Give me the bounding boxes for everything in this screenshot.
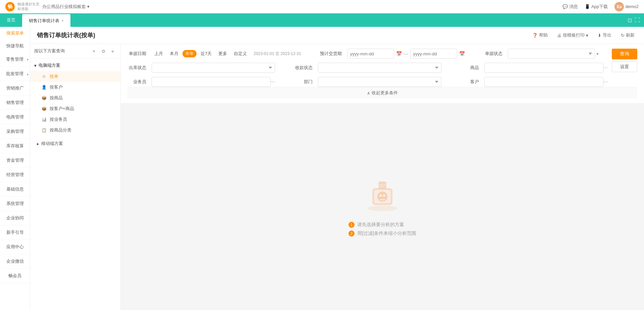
- scheme-icon-salesman: 📊: [41, 116, 47, 122]
- user-menu[interactable]: Ea demo2: [614, 2, 639, 11]
- scheme-icon-customer: 👤: [41, 84, 47, 90]
- sidebar-item-ecommerce[interactable]: 电商管理: [0, 110, 30, 124]
- sidebar-item-enterprise-wechat[interactable]: 企业微信: [0, 254, 30, 269]
- delivery-label: 出库状态: [127, 65, 146, 71]
- empty-tip-2: 2 用[过滤]条件来缩小分析范围: [348, 230, 416, 237]
- sidebar-item-enterprise-collab[interactable]: 企业协同: [0, 211, 30, 225]
- empty-illustration: [362, 175, 402, 215]
- product-more-icon[interactable]: ···: [603, 65, 608, 71]
- sidebar-item-sales[interactable]: 销售管理: [0, 96, 30, 110]
- svg-point-4: [380, 195, 382, 197]
- expected-date-end-input[interactable]: [410, 49, 457, 59]
- sidebar-item-system[interactable]: 系统管理: [0, 197, 30, 211]
- department-select[interactable]: [318, 77, 441, 87]
- left-panel: 按以下方案查询 + ⊙ « ▾ 电脑端方案 ⊙ 按单: [30, 44, 121, 310]
- svg-point-0: [367, 206, 397, 211]
- product-input[interactable]: [484, 63, 603, 73]
- sidebar-item-quick-nav[interactable]: 快捷导航: [0, 40, 30, 52]
- panel-area: 按以下方案查询 + ⊙ « ▾ 电脑端方案 ⊙ 按单: [30, 44, 644, 310]
- topbar: 畅 畅捷通好生意标准版 办公用品行业模拟账套 ▾ 💬 消息 📱 App下载 Ea…: [0, 0, 644, 13]
- export-button[interactable]: ⬇ 导出: [595, 31, 614, 40]
- sidebar: 搜索菜单 快捷导航 零售管理 ▾ 批发管理 ▴ 营销推广 销售管理 电商管理 采…: [0, 27, 30, 310]
- date-tab-more[interactable]: 更多: [216, 50, 230, 57]
- salesman-more-icon[interactable]: ···: [271, 79, 275, 85]
- date-tab-custom[interactable]: 自定义: [231, 50, 250, 57]
- expected-date-start-input[interactable]: [347, 49, 394, 59]
- customer-more-icon[interactable]: ···: [603, 79, 608, 85]
- collapse-icon: ∧: [367, 91, 370, 96]
- print-button[interactable]: 🖨 按模板打印 ▾: [554, 31, 591, 40]
- left-panel-header: 按以下方案查询 + ⊙ «: [30, 44, 120, 58]
- product-input-group: ···: [484, 63, 608, 73]
- payment-select[interactable]: [318, 63, 441, 73]
- sidebar-item-member[interactable]: 畅会员: [0, 269, 30, 283]
- status-select[interactable]: [508, 49, 595, 59]
- scheme-settings-button[interactable]: ⊙: [100, 47, 107, 55]
- scheme-item-by-salesman[interactable]: 📊 按业务员: [30, 114, 120, 125]
- mobile-group-arrow-icon: ▸: [37, 141, 39, 146]
- date-tab-this-year[interactable]: 本年: [182, 50, 197, 57]
- sidebar-item-operations[interactable]: 经营管理: [0, 168, 30, 182]
- scheme-item-by-category[interactable]: 📋 按商品分类: [30, 125, 120, 136]
- breadcrumb-dropdown-icon[interactable]: ▾: [87, 4, 90, 9]
- avatar: Ea: [614, 2, 624, 11]
- customer-label: 客户: [460, 79, 479, 85]
- tip-number-2: 2: [348, 230, 355, 237]
- tab-sales-order-stats[interactable]: 销售订单统计表 ×: [22, 14, 70, 28]
- customer-input[interactable]: [484, 77, 603, 87]
- query-button[interactable]: 查询: [612, 49, 637, 59]
- sidebar-item-app-center[interactable]: 应用中心: [0, 240, 30, 254]
- sidebar-item-purchase[interactable]: 采购管理: [0, 124, 30, 139]
- sidebar-item-marketing[interactable]: 营销推广: [0, 81, 30, 96]
- tab-minimize-icon[interactable]: ⊡: [628, 17, 632, 23]
- page-header: 销售订单统计表(按单) ❓ 帮助 🖨 按模板打印 ▾ ⬇ 导出 ↻ 刷新: [30, 27, 644, 44]
- sidebar-item-retail[interactable]: 零售管理 ▾: [0, 52, 30, 67]
- date-tab-last-month[interactable]: 上月: [152, 50, 166, 57]
- empty-tip-1: 1 请先选择要分析的方案: [348, 222, 416, 228]
- tip-number-1: 1: [348, 222, 355, 228]
- desktop-group-header[interactable]: ▾ 电脑端方案: [30, 60, 120, 71]
- message-button[interactable]: 💬 消息: [562, 4, 578, 10]
- sidebar-item-inventory[interactable]: 库存核算: [0, 139, 30, 153]
- help-button[interactable]: ❓ 帮助: [530, 31, 550, 40]
- empty-state: 1 请先选择要分析的方案 2 用[过滤]条件来缩小分析范围: [121, 104, 644, 310]
- print-icon: 🖨: [557, 33, 561, 38]
- collapse-panel-button[interactable]: «: [109, 47, 116, 55]
- setting-button[interactable]: 设置: [612, 61, 637, 72]
- tab-close-icon[interactable]: ×: [61, 18, 64, 23]
- logo-text: 畅捷通好生意标准版: [17, 2, 40, 11]
- tab-maximize-icon[interactable]: ⛶: [635, 17, 640, 23]
- scheme-item-by-customer[interactable]: 👤 按客户: [30, 82, 120, 93]
- app-icon: 📱: [585, 4, 590, 9]
- collapse-button[interactable]: ∧ 收起更多条件: [127, 87, 637, 99]
- breadcrumb: 办公用品行业模拟账套 ▾: [42, 4, 90, 10]
- tab-home[interactable]: 首页: [0, 13, 22, 27]
- tab-controls: ⊡ ⛶: [624, 17, 644, 23]
- scheme-item-by-customer-product[interactable]: 📦 按客户+商品: [30, 103, 120, 114]
- mobile-group-header[interactable]: ▸ 移动端方案: [30, 138, 120, 149]
- filter-area: 单据日期 上月 本月 本年 近7天 更多 自定义 2023-01-01 至 20…: [121, 44, 644, 104]
- delivery-select[interactable]: [152, 63, 275, 73]
- header-actions: ❓ 帮助 🖨 按模板打印 ▾ ⬇ 导出 ↻ 刷新: [530, 31, 637, 40]
- sidebar-item-finance[interactable]: 资金管理: [0, 153, 30, 168]
- calendar-end-icon[interactable]: 📅: [459, 51, 465, 56]
- status-dropdown-icon: ▾: [596, 51, 599, 56]
- sidebar-item-wholesale[interactable]: 批发管理 ▴: [0, 67, 30, 81]
- message-icon: 💬: [562, 4, 568, 9]
- sidebar-item-search-menu[interactable]: 搜索菜单: [0, 27, 30, 40]
- sidebar-item-guide[interactable]: 新手引导: [0, 225, 30, 240]
- desktop-group-arrow-icon: ▾: [34, 63, 37, 68]
- page-title: 销售订单统计表(按单): [37, 31, 95, 39]
- date-label: 单据日期: [127, 51, 146, 57]
- salesman-input[interactable]: [152, 77, 271, 87]
- scheme-item-by-product[interactable]: 📦 按商品: [30, 93, 120, 103]
- scheme-item-by-order[interactable]: ⊙ 按单: [30, 71, 120, 82]
- calendar-start-icon[interactable]: 📅: [396, 51, 402, 56]
- refresh-button[interactable]: ↻ 刷新: [618, 31, 637, 40]
- add-scheme-button[interactable]: +: [90, 47, 98, 55]
- svg-rect-6: [378, 182, 386, 189]
- date-tab-last-7-days[interactable]: 近7天: [198, 50, 214, 57]
- date-tab-this-month[interactable]: 本月: [167, 50, 181, 57]
- sidebar-item-basic-info[interactable]: 基础信息: [0, 182, 30, 197]
- app-download-button[interactable]: 📱 App下载: [585, 4, 608, 10]
